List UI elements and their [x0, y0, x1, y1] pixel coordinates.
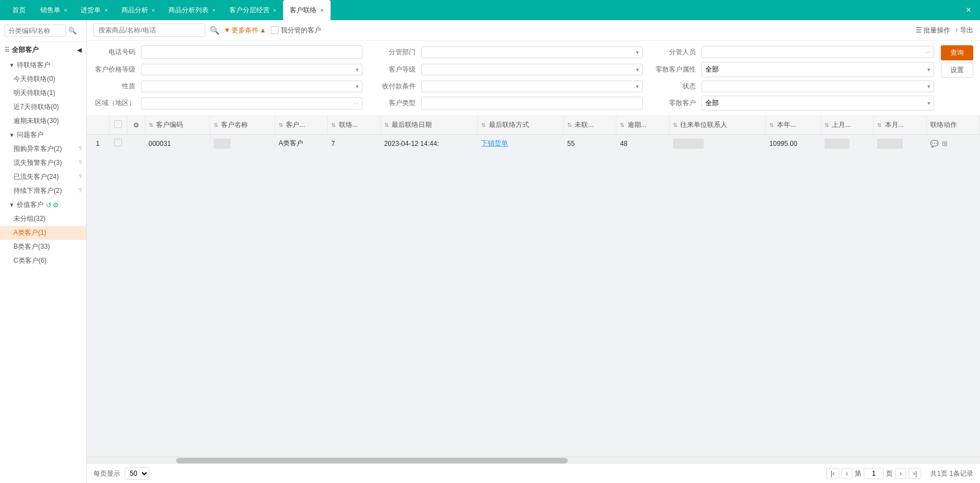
close-customer-segment-tab[interactable]: × — [273, 7, 276, 13]
manager-select[interactable]: ··· — [701, 46, 934, 58]
my-customers-check[interactable] — [271, 26, 279, 34]
contact-method-link[interactable]: 下销货单 — [481, 139, 508, 147]
sort-icon-category[interactable]: ⇅ — [279, 122, 283, 128]
cust-level-label: 客户等级 — [374, 65, 416, 74]
expand-arrow-pending: ▼ — [9, 62, 15, 68]
tab-customer-segment[interactable]: 客户分层经营 × — [223, 0, 283, 20]
sort-icon-this-month[interactable]: ⇅ — [877, 122, 882, 128]
sort-icon-last-month[interactable]: ⇅ — [824, 122, 829, 128]
cell-last-method[interactable]: 下销货单 — [478, 135, 564, 153]
tab-purchase[interactable]: 进货单 × — [74, 0, 114, 20]
pagination: |‹ ‹ 第 页 › ›| 共1页 1条记录 — [826, 468, 973, 479]
status-select[interactable]: ▾ — [701, 80, 934, 92]
sidebar-item-c-class[interactable]: C类客户(6) — [0, 254, 86, 268]
last-page-btn[interactable]: ›| — [908, 468, 921, 479]
close-all-tabs[interactable]: × — [962, 5, 976, 15]
my-customers-checkbox[interactable]: 我分管的客户 — [271, 26, 321, 35]
sidebar-section-problem[interactable]: ▼ 问题客户 — [0, 128, 86, 142]
close-customer-contact-tab[interactable]: × — [320, 7, 323, 13]
select-all-checkbox[interactable] — [114, 120, 122, 128]
nature-select[interactable]: ▾ — [141, 80, 362, 92]
batch-op-btn[interactable]: ☰ 批量操作 — [916, 26, 950, 35]
scrollbar-thumb[interactable] — [176, 458, 568, 463]
nature-dropdown-icon: ▾ — [356, 83, 359, 89]
sidebar-item-declining[interactable]: 持续下滑客户(2) ? — [0, 184, 86, 198]
tab-analysis-list[interactable]: 商品分析列表 × — [162, 0, 222, 20]
cell-no-contact: 55 — [564, 135, 616, 153]
sidebar-item-churned[interactable]: 已流失客户(24) ? — [0, 170, 86, 184]
sidebar-item-hoarding[interactable]: 囤购异常客户(2) ? — [0, 142, 86, 156]
filter-cell-status: 状态 ▾ — [654, 80, 934, 92]
sidebar-item-today-pending[interactable]: 今天待联络(0) — [0, 72, 86, 86]
col-header-name: ⇅ 客户名称 — [210, 116, 275, 135]
sort-icon-code[interactable]: ⇅ — [149, 122, 153, 128]
sort-icon-last-method[interactable]: ⇅ — [481, 122, 486, 128]
sidebar-item-7days-pending[interactable]: 近7天待联络(0) — [0, 100, 86, 114]
cust-type-input[interactable] — [421, 97, 643, 110]
help-icon-churn-warning[interactable]: ? — [78, 160, 82, 166]
close-purchase-tab[interactable]: × — [104, 7, 107, 13]
dept-select[interactable]: ▾ — [421, 46, 643, 58]
tab-analysis[interactable]: 商品分析 × — [115, 0, 162, 20]
prev-page-btn[interactable]: ‹ — [841, 468, 852, 479]
filter-row-2: 客户价格等级 ▾ 客户等级 ▾ — [93, 62, 934, 77]
sidebar-item-ungrouped[interactable]: 未分组(32) — [0, 212, 86, 226]
this-month-blurred — [877, 139, 902, 149]
page-number-input[interactable] — [864, 468, 884, 479]
close-analysis-tab[interactable]: × — [152, 7, 155, 13]
tab-sales[interactable]: 销售单 × — [34, 0, 74, 20]
action-icon-1[interactable]: 💬 — [930, 140, 939, 148]
help-icon-hoarding[interactable]: ? — [78, 146, 82, 152]
sort-icon-last-date[interactable]: ⇅ — [384, 122, 389, 128]
search-btn-icon[interactable]: 🔍 — [210, 26, 219, 35]
dept-dropdown-icon: ▾ — [636, 49, 639, 55]
sidebar-item-b-class[interactable]: B类客户(33) — [0, 240, 86, 254]
next-page-btn[interactable]: › — [895, 468, 906, 479]
tab-customer-contact[interactable]: 客户联络 × — [283, 0, 330, 20]
price-level-select[interactable]: ▾ — [141, 64, 362, 75]
sort-icon-overdue[interactable]: ⇅ — [620, 122, 624, 128]
sidebar-section-pending[interactable]: ▼ 待联络客户 — [0, 58, 86, 72]
sidebar-item-a-class[interactable]: A类客户(1) — [0, 226, 86, 240]
table-settings-icon[interactable]: ⚙ — [133, 121, 139, 129]
sidebar-item-churn-warning[interactable]: 流失预警客户(3) ? — [0, 156, 86, 170]
cell-num: 1 — [87, 135, 109, 153]
sidebar-all-customers[interactable]: ⠿ 全部客户 ◀ — [0, 42, 86, 58]
row-checkbox[interactable] — [114, 139, 122, 146]
first-page-btn[interactable]: |‹ — [826, 468, 839, 479]
refresh-icon[interactable]: ↺ — [46, 201, 51, 209]
sidebar-search-icon[interactable]: 🔍 — [68, 27, 77, 35]
close-analysis-list-tab[interactable]: × — [212, 7, 215, 13]
action-icon-2[interactable]: ⊞ — [942, 140, 948, 148]
page-size-select[interactable]: 50 — [125, 467, 149, 480]
retail-cust-select[interactable]: 全部 ▾ — [701, 96, 934, 111]
phone-input[interactable] — [141, 45, 362, 59]
sidebar-section-value[interactable]: ▼ 价值客户 ↺ ⚙ — [0, 198, 86, 212]
sort-icon-name[interactable]: ⇅ — [214, 122, 218, 128]
sort-icon-contact[interactable]: ⇅ — [331, 122, 336, 128]
query-button[interactable]: 查询 — [941, 45, 973, 60]
sidebar-search-input[interactable] — [4, 25, 66, 37]
tab-home[interactable]: 首页 — [4, 0, 34, 20]
sidebar-item-overdue-contact[interactable]: 逾期未联络(30) — [0, 114, 86, 128]
export-btn[interactable]: ↑ 导出 — [955, 26, 973, 35]
sort-icon-this-year[interactable]: ⇅ — [769, 122, 774, 128]
region-select[interactable]: ··· — [141, 97, 362, 110]
help-icon-declining[interactable]: ? — [78, 188, 82, 194]
col-header-contact: ⇅ 联络... — [328, 116, 380, 135]
sidebar-item-tomorrow-pending[interactable]: 明天待联络(1) — [0, 86, 86, 100]
sort-icon-unit-contact[interactable]: ⇅ — [673, 122, 677, 128]
filter-cell-price-level: 客户价格等级 ▾ — [93, 64, 374, 75]
horizontal-scrollbar[interactable] — [87, 457, 980, 463]
filter-cell-cust-type: 客户类型 — [374, 97, 654, 110]
help-icon-churned[interactable]: ? — [78, 174, 82, 180]
sort-icon-no-contact[interactable]: ⇅ — [567, 122, 572, 128]
settings-button[interactable]: 设置 — [941, 63, 973, 78]
cust-level-select[interactable]: ▾ — [421, 64, 643, 75]
search-input[interactable] — [93, 23, 205, 37]
payment-select[interactable]: ▾ — [421, 80, 643, 92]
settings-value-icon[interactable]: ⚙ — [53, 201, 59, 209]
close-sales-tab[interactable]: × — [64, 7, 67, 13]
retail-attr-select[interactable]: 全部 ▾ — [701, 62, 934, 77]
more-conditions-btn[interactable]: ▼ 更多条件 ▲ — [224, 26, 266, 35]
